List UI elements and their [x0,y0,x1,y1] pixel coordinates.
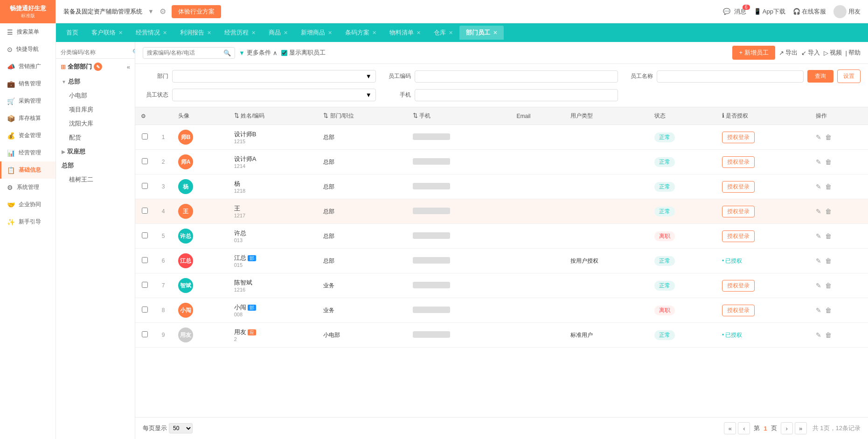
next-page-button[interactable]: › [781,422,793,434]
edit-button[interactable]: ✎ [816,133,821,141]
sidebar-item-operations[interactable]: 📊 经营管理 [0,144,56,161]
last-page-button[interactable]: » [795,422,807,434]
close-goods-icon[interactable]: ✕ [284,30,288,36]
dept-filter-select[interactable]: ▼ [172,70,376,83]
edit-button[interactable]: ✎ [816,282,821,289]
delete-button[interactable]: 🗑 [825,257,832,265]
sidebar-item-guide[interactable]: ✨ 新手引导 [0,213,56,230]
row-checkbox[interactable] [142,208,148,214]
row-settings[interactable] [135,125,154,150]
topbar-gear[interactable]: ⚙ [160,7,166,16]
sidebar-item-inventory[interactable]: 📦 库存核算 [0,110,56,127]
tree-node-hq[interactable]: 总部 [56,159,135,173]
close-add-goods-icon[interactable]: ✕ [328,30,332,36]
tab-operations[interactable]: 经营情况 ✕ [129,26,174,40]
trial-button[interactable]: 体验行业方案 [172,5,221,18]
row-settings[interactable] [135,199,154,224]
sidebar-item-system[interactable]: ⚙ 系统管理 [0,179,56,196]
message-wrapper[interactable]: 💬 6 消息 [723,7,746,16]
more-conditions-button[interactable]: ▼ 更多条件 ∧ [239,49,278,57]
topbar-dropdown-arrow[interactable]: ▼ [148,8,154,15]
search-icon[interactable]: 🔍 [223,49,231,56]
auth-button[interactable]: 授权登录 [722,280,755,292]
auth-button[interactable]: 授权登录 [722,230,755,242]
query-button[interactable]: 查询 [807,70,833,83]
auth-button[interactable]: 授权登录 [722,132,755,143]
tab-materials[interactable]: 物料清单 ✕ [383,26,427,40]
row-checkbox[interactable] [142,307,148,313]
tree-edit-button[interactable]: ✎ [94,63,102,71]
delete-button[interactable]: 🗑 [825,208,832,215]
emp-status-select[interactable]: ▼ [172,89,376,101]
tab-goods[interactable]: 商品 ✕ [262,26,294,40]
edit-button[interactable]: ✎ [816,158,821,166]
tab-add-goods[interactable]: 新增商品 ✕ [294,26,339,40]
close-barcode-icon[interactable]: ✕ [372,30,376,36]
row-settings[interactable] [135,298,154,323]
tree-node-general[interactable]: ▼ 总部 [56,75,135,89]
row-checkbox[interactable] [142,133,148,139]
delete-button[interactable]: 🗑 [825,133,832,141]
tab-history[interactable]: 经营历程 ✕ [218,26,262,40]
help-button[interactable]: | 帮助 [846,49,861,57]
close-warehouse-icon[interactable]: ✕ [449,30,453,36]
auth-button[interactable]: 授权登录 [722,181,755,193]
delete-button[interactable]: 🗑 [825,158,832,166]
import-button[interactable]: ↙ 导入 [801,49,820,57]
add-employee-button[interactable]: + 新增员工 [732,46,775,60]
tab-staff[interactable]: 部门员工 ✕ [459,26,504,40]
tree-node-shenyang[interactable]: 沈阳大库 [56,117,135,131]
row-settings[interactable] [135,323,154,348]
auth-button[interactable]: 授权登录 [722,206,755,217]
emp-name-input[interactable] [657,70,804,83]
show-resign-checkbox[interactable] [281,50,287,56]
close-materials-icon[interactable]: ✕ [417,30,421,36]
tree-node-small-elec[interactable]: 小电部 [56,89,135,103]
tree-collapse-button[interactable]: « [127,63,130,70]
row-settings[interactable] [135,150,154,174]
delete-button[interactable]: 🗑 [825,307,832,314]
user-area[interactable]: 用友 [833,5,861,18]
first-page-button[interactable]: « [724,422,736,434]
row-checkbox[interactable] [142,232,148,238]
set-button[interactable]: 设置 [837,70,861,83]
row-settings[interactable] [135,273,154,298]
row-checkbox[interactable] [142,282,148,288]
delete-button[interactable]: 🗑 [825,232,832,240]
auth-button[interactable]: 授权登录 [722,305,755,316]
tree-node-project[interactable]: 项目库房 [56,103,135,117]
close-operations-icon[interactable]: ✕ [163,30,167,36]
edit-button[interactable]: ✎ [816,307,821,314]
tree-search-input[interactable] [61,49,131,56]
row-checkbox[interactable] [142,158,148,164]
search-input[interactable] [147,49,222,56]
tab-barcode[interactable]: 条码方案 ✕ [339,26,383,40]
close-staff-icon[interactable]: ✕ [493,30,497,36]
online-service[interactable]: 🎧 在线客服 [793,7,826,16]
sidebar-item-marketing[interactable]: 📣 营销推广 [0,58,56,75]
row-checkbox[interactable] [142,183,148,189]
video-button[interactable]: ▷ 视频 [824,49,842,57]
edit-button[interactable]: ✎ [816,183,821,190]
delete-button[interactable]: 🗑 [825,282,832,289]
close-profit-icon[interactable]: ✕ [207,30,211,36]
edit-button[interactable]: ✎ [816,257,821,265]
sidebar-item-purchase[interactable]: 🛒 采购管理 [0,92,56,110]
tab-customer[interactable]: 客户联络 ✕ [85,26,129,40]
emp-code-input[interactable] [415,70,618,83]
close-history-icon[interactable]: ✕ [251,30,256,36]
delete-button[interactable]: 🗑 [825,331,832,339]
row-settings[interactable] [135,174,154,199]
row-checkbox[interactable] [142,257,148,263]
tab-warehouse[interactable]: 仓库 ✕ [427,26,459,40]
phone-filter-input[interactable] [415,89,618,101]
tree-node-delivery[interactable]: 配货 [56,131,135,145]
export-button[interactable]: ↗ 导出 [779,49,798,57]
row-checkbox[interactable] [142,331,148,337]
sidebar-item-basic[interactable]: 📋 基础信息 [0,161,56,179]
row-settings[interactable] [135,224,154,249]
app-download[interactable]: 📱 App下载 [754,7,785,16]
edit-button[interactable]: ✎ [816,208,821,215]
row-settings[interactable] [135,249,154,273]
col-settings[interactable]: ⚙ [135,107,154,125]
